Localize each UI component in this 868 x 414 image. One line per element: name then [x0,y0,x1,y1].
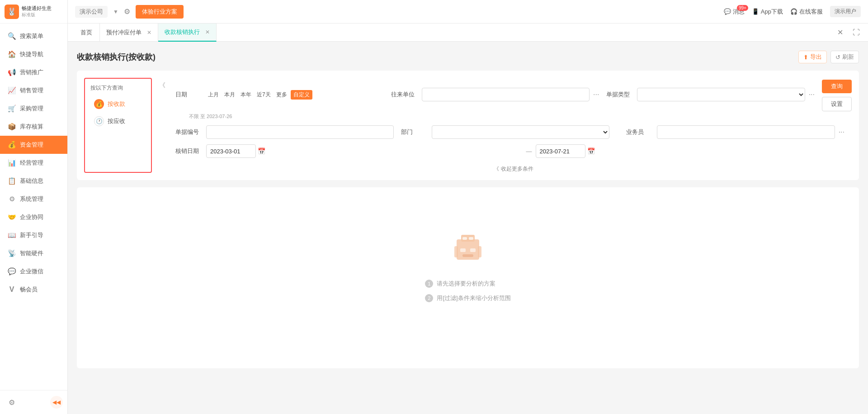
sidebar-item-base[interactable]: 📋 基础信息 [0,172,67,190]
partner-more-icon[interactable]: ··· [593,90,599,99]
main-content: 演示公司 ▼ ⚙ 体验行业方案 💬 消息 99+ 📱 App下载 🎧 在线客服 … [68,0,868,414]
tip-text-2: 用[过滤]条件来缩小分析范围 [437,292,510,304]
filter-bill-type-field: 单据类型 ··· [606,88,815,101]
verify-date-end-wrap: 📅 [536,144,852,158]
sidebar-item-system[interactable]: ⚙ 系统管理 [0,190,67,208]
tab-home[interactable]: 首页 [73,24,100,42]
page-header: 收款核销执行(按收款) ⬆ 导出 ↺ 刷新 [77,51,859,63]
sidebar-item-label: 资金管理 [20,141,43,149]
staff-more-icon[interactable]: ··· [839,128,844,136]
filter-receivable-label: 按应收 [108,117,125,125]
sidebar-item-marketing[interactable]: 📢 营销推广 [0,63,67,81]
collapse-label: 收起更多条件 [501,165,533,173]
sidebar: 🐰 畅捷通好生意 标准版 🔍 搜索菜单 🏠 快捷导航 📢 营销推广 📈 销售管理… [0,0,68,414]
tab-receipt-close[interactable]: ✕ [205,29,210,35]
tab-expand-icon[interactable]: ⛶ [850,26,863,39]
topbar-msg[interactable]: 💬 消息 99+ [724,8,745,16]
tip-text-1: 请先选择要分析的方案 [437,278,495,290]
verify-date-label: 核销日期 [175,147,203,155]
refresh-button[interactable]: ↺ 刷新 [830,51,859,63]
export-button[interactable]: ⬆ 导出 [798,51,827,63]
filter-receivable-icon: 🕐 [94,116,104,126]
date-btn-last-month[interactable]: 上月 [206,90,221,100]
topbar-user[interactable]: 演示用户 [830,6,861,17]
bill-type-label: 单据类型 [606,90,633,99]
filter-area: 按以下方查询 💰 按收款 🕐 按应收 《 日期 [77,71,859,180]
tab-prepay[interactable]: 预付冲应付单 ✕ [100,24,158,42]
date-separator: — [526,148,532,155]
sidebar-item-purchase[interactable]: 🛒 采购管理 [0,100,67,118]
staff-input[interactable] [657,125,835,139]
sidebar-item-sales[interactable]: 📈 销售管理 [0,81,67,100]
sidebar-item-label: 企业微信 [20,267,43,276]
quicknav-icon: 🏠 [7,50,16,59]
service-label: 在线客服 [799,8,823,16]
date-btn-custom[interactable]: 自定义 [291,90,312,100]
sidebar-item-search[interactable]: 🔍 搜索菜单 [0,27,67,45]
date-btn-this-month[interactable]: 本月 [222,90,237,100]
verify-date-start-input[interactable] [206,144,256,158]
tab-prepay-close[interactable]: ✕ [147,29,151,36]
sales-icon: 📈 [7,86,16,95]
empty-tip-2: 2 用[过滤]条件来缩小分析范围 [425,292,510,304]
date-btn-this-year[interactable]: 本年 [239,90,253,100]
tab-close-all-icon[interactable]: ✕ [834,26,846,39]
collapse-icon: 《 [494,165,499,173]
content-card: 1 请先选择要分析的方案 2 用[过滤]条件来缩小分析范围 [77,187,859,368]
collapse-more-area: 《 收起更多条件 [175,165,852,173]
empty-illustration [445,224,491,269]
sidebar-item-member[interactable]: V 畅会员 [0,281,67,299]
partner-input[interactable] [422,88,590,101]
topbar-gear-icon[interactable]: ⚙ [124,7,130,16]
sidebar-item-wechat[interactable]: 💬 企业微信 [0,262,67,281]
svg-rect-5 [478,246,481,257]
sidebar-item-finance[interactable]: 💰 资金管理 [0,136,67,154]
finance-icon: 💰 [7,140,16,149]
filter-collapse-btn[interactable]: 《 [159,78,168,173]
tip-num-1: 1 [425,280,433,288]
sidebar-item-label: 畅会员 [20,286,38,294]
dept-label: 部门 [401,128,428,136]
collapse-more-button[interactable]: 《 收起更多条件 [494,165,533,173]
svg-rect-3 [469,237,473,240]
query-button[interactable]: 查询 [822,80,852,93]
bill-type-select[interactable] [637,88,805,101]
sidebar-item-quicknav[interactable]: 🏠 快捷导航 [0,45,67,63]
bill-type-more-icon[interactable]: ··· [809,90,815,99]
dept-select[interactable] [432,125,609,139]
industry-btn[interactable]: 体验行业方案 [136,5,184,19]
calendar-end-icon[interactable]: 📅 [587,148,595,155]
date-limit-text: 不限 至 2023-07-26 [189,113,232,120]
guide-icon: 📖 [7,231,16,240]
sidebar-item-guide[interactable]: 📖 新手引导 [0,226,67,244]
topbar-service[interactable]: 🎧 在线客服 [790,8,823,16]
tab-receipt-verify[interactable]: 收款核销执行 ✕ [158,24,217,42]
date-btn-more[interactable]: 更多 [274,90,289,100]
bill-no-input[interactable] [206,125,394,139]
svg-rect-4 [454,246,458,257]
verify-date-start-wrap: 📅 [206,144,523,158]
app-icon: 📱 [752,8,759,15]
empty-tip-1: 1 请先选择要分析的方案 [425,278,510,290]
filter-option-by-receivable[interactable]: 🕐 按应收 [90,114,146,129]
calendar-start-icon[interactable]: 📅 [258,148,265,155]
sidebar-item-management[interactable]: 📊 经营管理 [0,154,67,172]
sidebar-collapse-button[interactable]: ◀◀ [50,396,63,409]
sidebar-item-hardware[interactable]: 📡 智能硬件 [0,244,67,262]
page-header-actions: ⬆ 导出 ↺ 刷新 [798,51,859,63]
filter-bill-no-field: 单据编号 [175,125,394,139]
settings-button[interactable]: 设置 [822,97,852,111]
verify-date-end-input[interactable] [536,144,585,158]
filter-row-2: 单据编号 部门 ··· 业务员 ··· [175,125,852,139]
settings-bottom-icon[interactable]: ⚙ [5,395,19,409]
sidebar-logo: 🐰 畅捷通好生意 标准版 [0,0,67,24]
date-btn-7days[interactable]: 近7天 [255,90,273,100]
sidebar-item-inventory[interactable]: 📦 库存核算 [0,118,67,136]
search-icon: 🔍 [7,32,16,41]
filter-type-selector: 按以下方查询 💰 按收款 🕐 按应收 [84,78,152,173]
topbar-dropdown-icon[interactable]: ▼ [113,9,118,15]
topbar-app[interactable]: 📱 App下载 [752,8,783,16]
sidebar-item-collab[interactable]: 🤝 企业协同 [0,208,67,226]
filter-option-by-receipt[interactable]: 💰 按收款 [90,96,146,112]
filter-dept-field: 部门 ··· [401,125,619,139]
